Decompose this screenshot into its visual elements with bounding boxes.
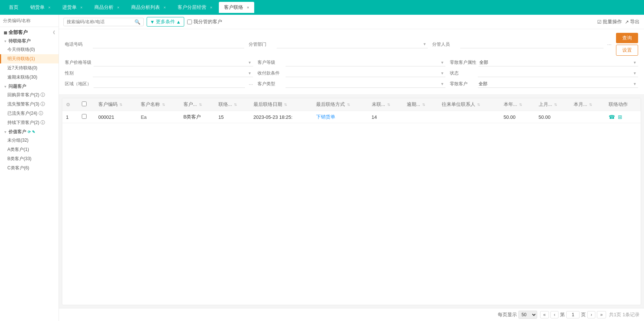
sidebar-item-overdue[interactable]: 逾期未联络(30) bbox=[0, 73, 59, 82]
first-page-btn[interactable]: « bbox=[540, 311, 549, 318]
prev-page-btn[interactable]: ‹ bbox=[550, 311, 559, 318]
query-button[interactable]: 查询 bbox=[616, 33, 638, 43]
sidebar-search-input[interactable] bbox=[3, 18, 58, 23]
refresh-icon[interactable]: ⟳ bbox=[28, 130, 31, 134]
col-contacts[interactable]: 往来单位联系人 ⇅ bbox=[438, 98, 500, 111]
col-contact-count[interactable]: 联络... ⇅ bbox=[215, 98, 250, 111]
sidebar-item-c-type[interactable]: C类客户(6) bbox=[0, 163, 59, 173]
next-page-btn[interactable]: › bbox=[587, 311, 595, 318]
more-conditions-btn[interactable]: ▼ 更多条件 ▲ bbox=[147, 17, 184, 27]
toolbar: 🔍 ▼ 更多条件 ▲ 我分管的客户 ☑ 批量操作 ↗ 导出 bbox=[59, 15, 644, 29]
filter-retail-attr-select[interactable]: 全部 bbox=[479, 59, 638, 66]
chevron-up-icon: ▲ bbox=[176, 19, 181, 25]
nav-purchase-order[interactable]: 进货单 × bbox=[57, 2, 88, 13]
settings-gear-icon[interactable]: ⚙ bbox=[66, 102, 70, 107]
filter-gender-select[interactable] bbox=[93, 69, 253, 77]
col-this-month[interactable]: 本月... ⇅ bbox=[570, 98, 605, 111]
sort-level-icon: ⇅ bbox=[199, 103, 202, 107]
sort-last-method-icon: ⇅ bbox=[347, 103, 350, 107]
sidebar-item-tomorrow[interactable]: 明天待联络(1) bbox=[0, 54, 59, 63]
filter-phone-label: 电话号码 bbox=[65, 41, 91, 48]
search-input[interactable] bbox=[67, 19, 133, 24]
edit-icon[interactable]: ✎ bbox=[32, 130, 35, 134]
checkbox-icon: ☑ bbox=[597, 19, 602, 25]
filter-customer-level-select[interactable] bbox=[286, 59, 446, 66]
per-page-select[interactable]: 20 50 100 200 bbox=[518, 311, 537, 319]
filter-retail-select[interactable]: 全部 bbox=[478, 80, 638, 87]
sidebar-all-customers[interactable]: ▦ 全部客户 《 bbox=[4, 29, 55, 36]
col-action: 联络动作 bbox=[605, 98, 641, 111]
my-customers-checkbox[interactable] bbox=[187, 20, 192, 24]
toolbar-search-icon[interactable]: 🔍 bbox=[134, 19, 140, 25]
filter-customer-type-label: 客户类型 bbox=[258, 81, 283, 87]
last-method-link[interactable]: 下销货单 bbox=[316, 114, 335, 120]
filter-customer-type-select[interactable] bbox=[286, 80, 446, 87]
page-input[interactable] bbox=[566, 311, 580, 318]
filter-customer-level: 客户等级 ▼ bbox=[258, 59, 446, 66]
filter-phone-input[interactable] bbox=[93, 41, 244, 48]
close-product-analysis-icon[interactable]: × bbox=[117, 5, 119, 10]
customer-table: ⚙ 客户编码 ⇅ 客户名称 ⇅ 客户... ⇅ 联络... ⇅ 最后联络日期 ⇅… bbox=[62, 98, 641, 123]
col-overdue[interactable]: 逾期... ⇅ bbox=[403, 98, 438, 111]
col-level[interactable]: 客户... ⇅ bbox=[180, 98, 215, 111]
nav-customer-contact[interactable]: 客户联络 × bbox=[219, 2, 254, 13]
sidebar-item-7days[interactable]: 近7天待联络(0) bbox=[0, 63, 59, 73]
nav-customer-segment[interactable]: 客户分层经营 × bbox=[172, 2, 217, 13]
sidebar-item-declining[interactable]: 持续下滑客户(2) ⓘ bbox=[0, 118, 59, 127]
col-no-contact[interactable]: 未联... ⇅ bbox=[368, 98, 403, 111]
sort-contact-count-icon: ⇅ bbox=[234, 103, 237, 107]
filter-status-select[interactable] bbox=[478, 69, 638, 77]
col-this-year[interactable]: 本年... ⇅ bbox=[500, 98, 535, 111]
batch-action-btn[interactable]: ☑ 批量操作 bbox=[597, 18, 622, 25]
sort-name-icon: ⇅ bbox=[162, 103, 165, 107]
sidebar-all-group: ▦ 全部客户 《 bbox=[0, 27, 59, 37]
sidebar-item-churned[interactable]: 已流失客户(24) ⓘ bbox=[0, 109, 59, 118]
nav-product-analysis-list[interactable]: 商品分析列表 × bbox=[126, 2, 171, 13]
sidebar-item-today[interactable]: 今天待联络(0) bbox=[0, 45, 59, 54]
sidebar-item-churn-warning[interactable]: 流失预警客户(3) ⓘ bbox=[0, 100, 59, 109]
my-customers-checkbox-label[interactable]: 我分管的客户 bbox=[187, 18, 222, 25]
last-page-btn[interactable]: » bbox=[597, 311, 606, 318]
filter-gender-label: 性别 bbox=[65, 70, 91, 76]
filter-region-input[interactable] bbox=[94, 80, 245, 88]
row-overdue bbox=[403, 111, 438, 123]
row-checkbox[interactable] bbox=[82, 114, 87, 119]
col-last-method[interactable]: 最后联络方式 ⇅ bbox=[312, 98, 368, 111]
sidebar-item-b-type[interactable]: B类客户(33) bbox=[0, 154, 59, 163]
sidebar-section-problem: 问题客户 bbox=[0, 82, 59, 90]
filter-price-level-select[interactable] bbox=[94, 59, 253, 66]
filter-manager-dots[interactable]: ··· bbox=[607, 41, 612, 47]
filter-manager-input[interactable] bbox=[460, 41, 603, 48]
close-customer-contact-icon[interactable]: × bbox=[247, 5, 249, 10]
col-last-month[interactable]: 上月... ⇅ bbox=[535, 98, 570, 111]
col-name[interactable]: 客户名称 ⇅ bbox=[137, 98, 179, 111]
content-area: 🔍 ▼ 更多条件 ▲ 我分管的客户 ☑ 批量操作 ↗ 导出 bbox=[59, 15, 644, 321]
export-btn[interactable]: ↗ 导出 bbox=[625, 18, 640, 25]
per-page-label: 每页显示 bbox=[498, 311, 517, 318]
col-code[interactable]: 客户编码 ⇅ bbox=[95, 98, 137, 111]
nav-home[interactable]: 首页 bbox=[4, 2, 24, 13]
filter-retail: 零散客户 全部 ▼ bbox=[450, 80, 638, 88]
filter-payment-select[interactable] bbox=[286, 69, 446, 77]
filter-dept-label: 分管部门 bbox=[249, 41, 274, 48]
nav-product-analysis[interactable]: 商品分析 × bbox=[89, 2, 125, 13]
sidebar-item-ungrouped[interactable]: 未分组(32) bbox=[0, 136, 59, 145]
col-checkbox bbox=[78, 98, 95, 111]
settings-button[interactable]: 设置 bbox=[616, 45, 638, 56]
sidebar-item-a-type[interactable]: A类客户(1) bbox=[0, 145, 59, 154]
sidebar-item-repurchase-abnormal[interactable]: 回购异常客户(2) ⓘ bbox=[0, 90, 59, 100]
action-phone-icon[interactable]: ☎ bbox=[609, 114, 615, 120]
sidebar-collapse-btn[interactable]: 《 bbox=[51, 30, 55, 35]
nav-sales-order[interactable]: 销货单 × bbox=[25, 2, 56, 13]
close-customer-segment-icon[interactable]: × bbox=[210, 5, 212, 10]
filter-region-dots[interactable]: ··· bbox=[249, 81, 253, 87]
close-purchase-order-icon[interactable]: × bbox=[80, 5, 83, 10]
filter-dept-select[interactable] bbox=[277, 41, 428, 48]
select-all-checkbox[interactable] bbox=[82, 101, 87, 106]
filter-customer-type: 客户类型 ▼ bbox=[258, 80, 446, 88]
col-last-date[interactable]: 最后联络日期 ⇅ bbox=[250, 98, 312, 111]
action-more-icon[interactable]: ⊞ bbox=[618, 114, 622, 120]
close-product-analysis-list-icon[interactable]: × bbox=[164, 5, 166, 10]
close-sales-order-icon[interactable]: × bbox=[48, 5, 50, 10]
filter-row-3: 性别 ▼ 收付款条件 ▼ 状态 bbox=[65, 69, 638, 77]
